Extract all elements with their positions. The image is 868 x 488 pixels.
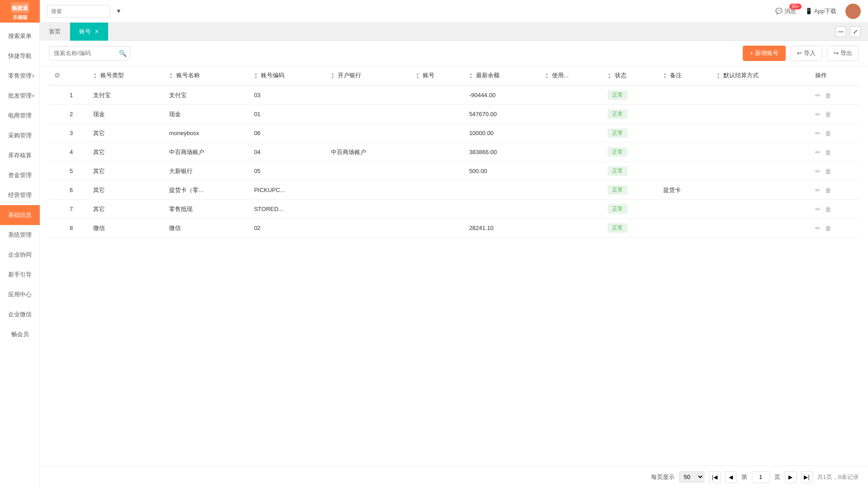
table-row: 5其它大新银行05500.00正常✏🗑 — [49, 162, 859, 181]
delete-icon[interactable]: 🗑 — [825, 225, 831, 232]
sidebar-item-label: 企业微信 — [8, 310, 32, 319]
delete-icon[interactable]: 🗑 — [825, 149, 831, 156]
delete-icon[interactable]: 🗑 — [825, 206, 831, 213]
add-account-label: + 新增账号 — [750, 49, 778, 57]
edit-icon[interactable]: ✏ — [815, 225, 821, 232]
sidebar-item-sys-mgmt[interactable]: 系统管理 — [0, 225, 40, 245]
th-account-no[interactable]: ▲▼ 账号 — [411, 66, 465, 85]
td-account-no — [411, 85, 465, 105]
td-usage — [540, 85, 603, 105]
td-account-no — [411, 105, 465, 124]
export-button[interactable]: ↪ 导出 — [827, 46, 859, 61]
sidebar-item-ops-mgmt[interactable]: 经营管理 — [0, 185, 40, 205]
message-button[interactable]: 💬 消息 99+ — [775, 7, 796, 15]
th-status-label: 状态 — [615, 72, 627, 79]
th-code[interactable]: ▲▼ 账号编码 — [250, 66, 326, 85]
delete-icon[interactable]: 🗑 — [825, 187, 831, 194]
th-bank-label: 开户银行 — [338, 72, 361, 79]
sidebar-item-wholesale-mgmt[interactable]: 批发管理 — [0, 86, 40, 106]
content-area: 🔍 + 新增账号 ↩ 导入 ↪ 导出 — [40, 41, 868, 488]
th-settings[interactable]: ⚙ — [49, 66, 65, 85]
edit-icon[interactable]: ✏ — [815, 149, 821, 156]
edit-icon[interactable]: ✏ — [815, 206, 821, 213]
td-bank — [326, 181, 411, 200]
total-info: 共1页，8条记录 — [817, 473, 859, 481]
sidebar-item-basic-info[interactable]: 基础信息 — [0, 205, 40, 225]
table-row: 1支付宝支付宝03-90444.00正常✏🗑 — [49, 85, 859, 105]
td-name: moneybosx — [165, 124, 250, 143]
td-account-no — [411, 219, 465, 238]
sidebar-item-enterprise-agreement[interactable]: 企业协同 — [0, 245, 40, 265]
tab-minimize-button[interactable]: — — [835, 26, 846, 37]
sidebar-item-quick-nav[interactable]: 快捷导航 — [0, 46, 40, 66]
delete-icon[interactable]: 🗑 — [825, 130, 831, 137]
sidebar-item-new-guide[interactable]: 新手引导 — [0, 265, 40, 285]
th-bank[interactable]: ▲▼ 开户银行 — [326, 66, 411, 85]
add-account-button[interactable]: + 新增账号 — [743, 46, 786, 61]
app-download-button[interactable]: 📱 App下载 — [805, 7, 836, 15]
th-balance[interactable]: ▲▼ 最新余额 — [465, 66, 541, 85]
td-remark — [659, 162, 712, 181]
td-settings — [49, 85, 65, 105]
th-name[interactable]: ▲▼ 账号名称 — [165, 66, 250, 85]
tab-home[interactable]: 首页 — [40, 23, 70, 41]
td-remark — [659, 124, 712, 143]
header-search-input[interactable] — [47, 5, 110, 18]
header-dropdown[interactable]: ▼ — [116, 8, 122, 14]
avatar[interactable] — [845, 4, 861, 19]
th-default-payment[interactable]: ▲▼ 默认结算方式 — [712, 66, 811, 85]
td-code: 01 — [250, 105, 326, 124]
sidebar-item-enterprise-wechat[interactable]: 企业微信 — [0, 305, 40, 324]
sidebar-item-search-menu[interactable]: 搜索菜单 — [0, 26, 40, 46]
th-type[interactable]: ▲▼ 账号类型 — [89, 66, 165, 85]
th-remark-label: 备注 — [670, 72, 682, 79]
sidebar-item-inventory[interactable]: 库存核算 — [0, 145, 40, 165]
last-page-button[interactable]: ▶| — [801, 471, 813, 483]
search-icon[interactable]: 🔍 — [119, 50, 127, 57]
td-type: 其它 — [89, 143, 165, 162]
td-account-no — [411, 181, 465, 200]
tab-account[interactable]: 账号 ✕ — [70, 23, 108, 41]
td-bank — [326, 162, 411, 181]
sidebar-item-app-center[interactable]: 应用中心 — [0, 285, 40, 305]
th-status[interactable]: ▲▼ 状态 — [603, 66, 659, 85]
sidebar-item-capital-mgmt[interactable]: 资金管理 — [0, 165, 40, 185]
td-bank — [326, 85, 411, 105]
tab-expand-button[interactable]: ⤢ — [850, 26, 861, 37]
th-balance-label: 最新余额 — [476, 72, 500, 79]
delete-icon[interactable]: 🗑 — [825, 111, 831, 118]
sidebar-item-label: 经营管理 — [8, 191, 32, 199]
td-balance: 547670.00 — [465, 105, 541, 124]
th-remark[interactable]: ▲▼ 备注 — [659, 66, 712, 85]
status-badge: 正常 — [608, 90, 627, 100]
sidebar-item-purchase-mgmt[interactable]: 采购管理 — [0, 126, 40, 145]
sidebar-item-ecommerce-mgmt[interactable]: 电商管理 — [0, 106, 40, 126]
td-name: 零售抵现 — [165, 200, 250, 219]
import-button[interactable]: ↩ 导入 — [790, 46, 822, 61]
sidebar-item-retail-mgmt[interactable]: 零售管理 — [0, 66, 40, 86]
tab-close-icon[interactable]: ✕ — [94, 28, 99, 35]
edit-icon[interactable]: ✏ — [815, 130, 821, 137]
td-name: 中百商场账户 — [165, 143, 250, 162]
th-usage[interactable]: ▲▼ 使用... — [540, 66, 603, 85]
td-type: 其它 — [89, 200, 165, 219]
next-page-button[interactable]: ▶ — [785, 471, 797, 483]
edit-icon[interactable]: ✏ — [815, 92, 821, 99]
page-number-input[interactable] — [752, 471, 770, 483]
table-row: 3其它moneybosx0610000.00正常✏🗑 — [49, 124, 859, 143]
edit-icon[interactable]: ✏ — [815, 111, 821, 118]
td-code: PICKUPC... — [250, 181, 326, 200]
td-default-payment — [712, 143, 811, 162]
delete-icon[interactable]: 🗑 — [825, 168, 831, 175]
td-bank — [326, 200, 411, 219]
sidebar-item-vip-member[interactable]: 畅会员 — [0, 324, 40, 344]
delete-icon[interactable]: 🗑 — [825, 92, 831, 99]
edit-icon[interactable]: ✏ — [815, 187, 821, 194]
first-page-button[interactable]: |◀ — [709, 471, 721, 483]
edit-icon[interactable]: ✏ — [815, 168, 821, 175]
table-row: 7其它零售抵现STORED...正常✏🗑 — [49, 200, 859, 219]
search-input[interactable] — [49, 46, 130, 61]
action-icons: ✏🗑 — [815, 225, 854, 232]
page-size-select[interactable]: 50 20 100 — [679, 471, 704, 483]
prev-page-button[interactable]: ◀ — [725, 471, 737, 483]
